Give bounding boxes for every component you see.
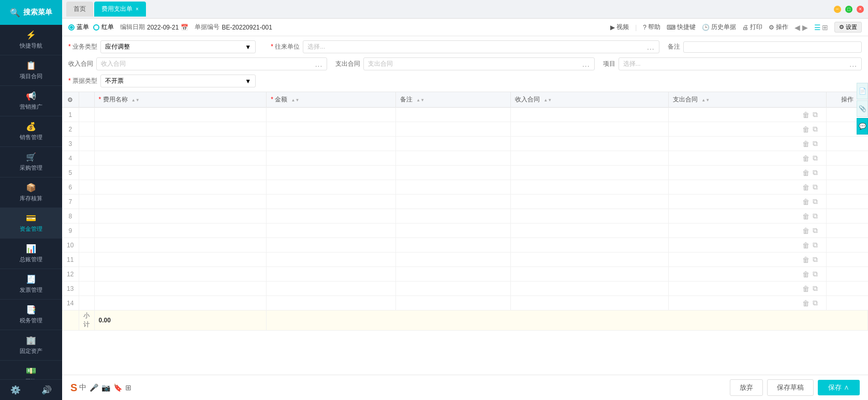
remark-input[interactable] bbox=[683, 41, 862, 53]
delete-icon[interactable]: 🗑 bbox=[802, 183, 810, 191]
cell[interactable] bbox=[510, 195, 668, 209]
window-close-button[interactable]: × bbox=[857, 6, 864, 13]
cell[interactable] bbox=[267, 195, 396, 209]
cell[interactable] bbox=[510, 151, 668, 166]
cell[interactable] bbox=[267, 267, 396, 282]
cell[interactable] bbox=[510, 296, 668, 310]
sidebar-item-tax[interactable]: 📑 税务管理 bbox=[0, 300, 62, 330]
delete-icon[interactable]: 🗑 bbox=[802, 169, 810, 177]
cell[interactable] bbox=[267, 108, 396, 122]
sidebar-item-project-contract[interactable]: 📋 项目合同 bbox=[0, 55, 62, 86]
counterpart-select[interactable]: 选择... ... bbox=[303, 40, 659, 53]
col-remark[interactable]: 备注 ▲▼ bbox=[395, 92, 510, 108]
cell[interactable] bbox=[510, 224, 668, 238]
cell[interactable] bbox=[79, 209, 94, 224]
cell[interactable] bbox=[267, 224, 396, 238]
income-contract-select[interactable]: 收入合同 ... bbox=[96, 57, 327, 70]
audio-icon[interactable]: 🔊 bbox=[41, 385, 52, 395]
col-expense-contract[interactable]: 支出合同 ▲▼ bbox=[668, 92, 826, 108]
bookmark-icon[interactable]: 🔖 bbox=[113, 383, 122, 392]
cell[interactable] bbox=[395, 122, 510, 137]
cell[interactable] bbox=[510, 282, 668, 296]
cell[interactable] bbox=[395, 267, 510, 282]
cell[interactable] bbox=[395, 137, 510, 151]
cell[interactable] bbox=[79, 253, 94, 267]
copy-icon[interactable]: ⧉ bbox=[813, 270, 818, 278]
sidebar-item-accounting[interactable]: 📊 总账管理 bbox=[0, 239, 62, 269]
cell[interactable] bbox=[395, 253, 510, 267]
col-gear[interactable]: ⚙ bbox=[62, 92, 79, 108]
cell[interactable] bbox=[267, 180, 396, 195]
cell[interactable] bbox=[267, 209, 396, 224]
sidebar-item-purchase[interactable]: 🛒 采购管理 bbox=[0, 147, 62, 177]
tab-close-icon[interactable]: × bbox=[136, 6, 139, 12]
right-tool-chat[interactable]: 💬 bbox=[857, 118, 868, 135]
cell[interactable] bbox=[94, 267, 267, 282]
sidebar-item-salary[interactable]: 💵 工资 bbox=[0, 361, 62, 379]
cell[interactable] bbox=[395, 224, 510, 238]
sidebar-item-fixed-assets[interactable]: 🏢 固定资产 bbox=[0, 330, 62, 361]
cell[interactable] bbox=[510, 180, 668, 195]
calendar-icon[interactable]: 📅 bbox=[181, 24, 188, 31]
cell[interactable] bbox=[267, 137, 396, 151]
camera-icon[interactable]: 📷 bbox=[101, 383, 110, 392]
cell[interactable] bbox=[395, 282, 510, 296]
cell[interactable] bbox=[267, 253, 396, 267]
cell[interactable] bbox=[395, 180, 510, 195]
cell[interactable] bbox=[510, 166, 668, 180]
cell[interactable] bbox=[79, 282, 94, 296]
grid-icon[interactable]: ⊞ bbox=[125, 383, 131, 392]
cell[interactable] bbox=[510, 137, 668, 151]
cell[interactable] bbox=[395, 195, 510, 209]
copy-icon[interactable]: ⧉ bbox=[813, 212, 818, 220]
sidebar-item-inventory[interactable]: 📦 库存核算 bbox=[0, 177, 62, 208]
sidebar-item-sales[interactable]: 💰 销售管理 bbox=[0, 116, 62, 147]
copy-icon[interactable]: ⧉ bbox=[813, 110, 818, 119]
delete-icon[interactable]: 🗑 bbox=[802, 198, 810, 206]
tab-expense[interactable]: 费用支出单 × bbox=[94, 2, 146, 17]
delete-icon[interactable]: 🗑 bbox=[802, 154, 810, 162]
cell[interactable] bbox=[267, 151, 396, 166]
copy-icon[interactable]: ⧉ bbox=[813, 284, 818, 293]
cell[interactable] bbox=[395, 238, 510, 253]
cell[interactable] bbox=[79, 122, 94, 137]
cell[interactable] bbox=[94, 122, 267, 137]
copy-icon[interactable]: ⧉ bbox=[813, 139, 818, 148]
col-income-contract[interactable]: 收入合同 ▲▼ bbox=[510, 92, 668, 108]
cell[interactable] bbox=[94, 224, 267, 238]
biz-type-select[interactable]: 应付调整 ▼ bbox=[100, 40, 256, 53]
operations-button[interactable]: ⚙ 操作 bbox=[769, 23, 788, 32]
cell[interactable] bbox=[510, 209, 668, 224]
cell[interactable] bbox=[510, 253, 668, 267]
cell[interactable] bbox=[94, 253, 267, 267]
cell[interactable] bbox=[94, 151, 267, 166]
delete-icon[interactable]: 🗑 bbox=[802, 212, 810, 220]
copy-icon[interactable]: ⧉ bbox=[813, 197, 818, 206]
delete-icon[interactable]: 🗑 bbox=[802, 227, 810, 235]
window-maximize-button[interactable]: □ bbox=[845, 6, 852, 13]
cell[interactable] bbox=[395, 166, 510, 180]
cell[interactable] bbox=[79, 151, 94, 166]
right-tool-doc[interactable]: 📄 bbox=[857, 83, 868, 99]
cell[interactable] bbox=[94, 137, 267, 151]
prev-arrow[interactable]: ◀ bbox=[795, 23, 800, 32]
cell[interactable] bbox=[79, 267, 94, 282]
cell[interactable] bbox=[79, 166, 94, 180]
cell[interactable] bbox=[510, 122, 668, 137]
next-arrow[interactable]: ▶ bbox=[802, 23, 808, 32]
video-button[interactable]: ▶ 视频 bbox=[610, 23, 629, 32]
window-minimize-button[interactable]: − bbox=[834, 6, 841, 13]
cell[interactable] bbox=[79, 195, 94, 209]
delete-icon[interactable]: 🗑 bbox=[802, 285, 810, 293]
help-button[interactable]: ? 帮助 bbox=[643, 23, 660, 32]
project-dots[interactable]: ... bbox=[849, 60, 857, 68]
cell[interactable] bbox=[79, 238, 94, 253]
tab-home[interactable]: 首页 bbox=[66, 2, 93, 17]
discard-button[interactable]: 放弃 bbox=[730, 379, 763, 396]
cell[interactable] bbox=[79, 108, 94, 122]
cell[interactable] bbox=[79, 296, 94, 310]
history-button[interactable]: 🕒 历史单据 bbox=[702, 23, 736, 32]
cell[interactable] bbox=[94, 180, 267, 195]
sidebar-item-invoice[interactable]: 🧾 发票管理 bbox=[0, 269, 62, 300]
settings-button[interactable]: ⚙ 设置 bbox=[834, 22, 862, 33]
